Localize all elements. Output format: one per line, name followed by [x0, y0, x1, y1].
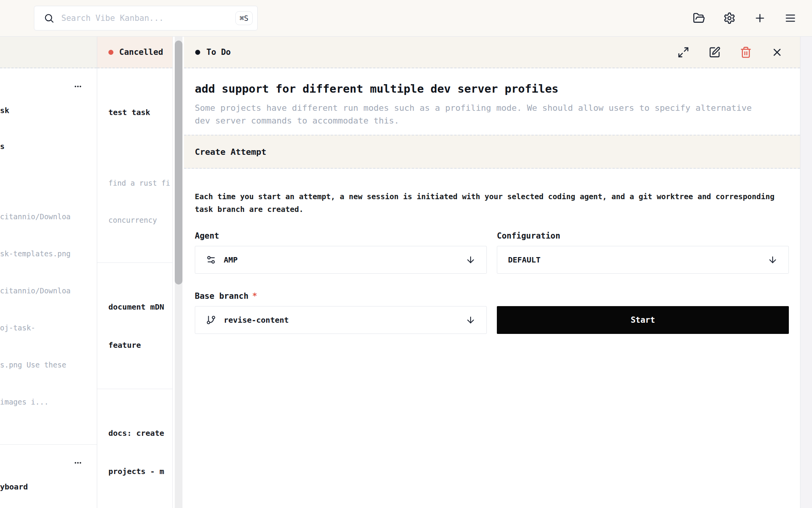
card-desc-line: citannio/Downloa [0, 210, 97, 223]
expand-icon[interactable] [677, 46, 689, 58]
kanban-board: sk s citannio/Downloa sk-templates.png c… [0, 37, 812, 508]
task-card[interactable]: document mDN feature [97, 262, 172, 389]
column-label: Cancelled [119, 47, 163, 57]
agent-value: AMP [224, 255, 238, 264]
status-badge: To Do [195, 47, 231, 57]
card-desc-line: citannio/Downloa [0, 284, 97, 297]
card-title-line: sk [0, 105, 65, 117]
close-icon[interactable] [771, 46, 783, 58]
search-icon [44, 13, 54, 24]
board-scrollbar-gutter [173, 37, 184, 508]
app-window: Search Vibe Kanban... ⌘S sk s [0, 0, 812, 508]
base-branch-label: Base branch * [195, 291, 487, 301]
agent-select[interactable]: AMP [195, 246, 487, 274]
attempt-info-text: Each time you start an attempt, a new se… [195, 190, 794, 216]
column-header-cancelled: Cancelled [97, 37, 172, 68]
more-options-icon[interactable] [74, 459, 82, 467]
cancelled-dot-icon [108, 50, 113, 55]
topbar-actions [693, 12, 797, 24]
add-icon[interactable] [754, 12, 766, 24]
start-button[interactable]: Start [497, 306, 789, 334]
kanban-column-left: sk s citannio/Downloa sk-templates.png c… [0, 37, 97, 508]
arrow-down-icon [466, 315, 476, 325]
configuration-select[interactable]: DEFAULT [497, 246, 789, 274]
search-placeholder: Search Vibe Kanban... [61, 14, 228, 23]
configuration-label: Configuration [497, 231, 789, 240]
card-desc-line: concurrency [108, 214, 172, 226]
card-title-line: yboard [0, 481, 65, 493]
arrow-down-icon [466, 255, 476, 265]
top-bar: Search Vibe Kanban... ⌘S [0, 0, 812, 37]
task-title: add support for different multiple dev s… [195, 82, 791, 95]
card-desc-line: sk-templates.png [0, 247, 97, 260]
scrollbar-track[interactable] [175, 37, 182, 508]
folder-open-icon[interactable] [693, 12, 705, 24]
menu-icon[interactable] [784, 12, 797, 24]
kanban-column-cancelled: Cancelled test task find a rust fi concu… [97, 37, 173, 508]
card-desc-line: images i... [0, 396, 97, 408]
more-options-icon[interactable] [74, 82, 82, 91]
todo-dot-icon [195, 50, 200, 55]
panel-actions [677, 46, 783, 58]
task-card[interactable]: docs: create projects - m docs/user- gui… [97, 389, 172, 508]
status-label: To Do [206, 47, 231, 57]
git-branch-icon [206, 315, 216, 325]
card-desc-line: find a rust fi [108, 177, 172, 189]
card-title-line: projects - m [108, 465, 172, 478]
card-title-line: test task [108, 106, 172, 119]
panel-header: To Do [184, 37, 800, 68]
scrollbar-thumb[interactable] [175, 41, 182, 284]
sliders-icon [206, 255, 216, 265]
search-shortcut-badge: ⌘S [235, 11, 253, 25]
configuration-value: DEFAULT [508, 255, 540, 264]
column-header-left [0, 37, 97, 68]
create-attempt-section-header: Create Attempt [184, 135, 800, 169]
task-card[interactable]: yboard s oracle to the codebase and w th… [0, 444, 97, 508]
settings-gear-icon[interactable] [723, 12, 736, 24]
card-desc-line: s.png Use these [0, 359, 97, 371]
card-title-line: docs: create [108, 427, 172, 440]
edit-icon[interactable] [709, 46, 721, 58]
agent-label: Agent [195, 231, 487, 240]
search-input[interactable]: Search Vibe Kanban... ⌘S [34, 6, 258, 30]
card-title-line: s [0, 141, 65, 152]
required-mark: * [252, 291, 257, 301]
card-title-line: document mDN [108, 301, 172, 313]
task-detail-panel: To Do add support for different multiple… [184, 37, 800, 508]
delete-icon[interactable] [740, 46, 752, 58]
section-title: Create Attempt [195, 147, 266, 157]
card-desc-line: oj-task- [0, 322, 97, 334]
panel-right-gutter [800, 37, 812, 508]
column-cards-cancelled: test task find a rust fi concurrency doc… [97, 68, 172, 508]
column-cards-left: sk s citannio/Downloa sk-templates.png c… [0, 68, 97, 508]
create-attempt-form: Agent Configuration AMP DEFAULT Base bra… [195, 231, 789, 334]
arrow-down-icon [768, 255, 778, 265]
base-branch-value: revise-content [224, 315, 289, 325]
task-card[interactable]: test task find a rust fi concurrency [97, 68, 172, 262]
task-description: Some projects have different run modes s… [195, 102, 762, 127]
base-branch-select[interactable]: revise-content [195, 306, 487, 334]
card-title-line: feature [108, 339, 172, 352]
task-card[interactable]: sk s citannio/Downloa sk-templates.png c… [0, 68, 97, 444]
